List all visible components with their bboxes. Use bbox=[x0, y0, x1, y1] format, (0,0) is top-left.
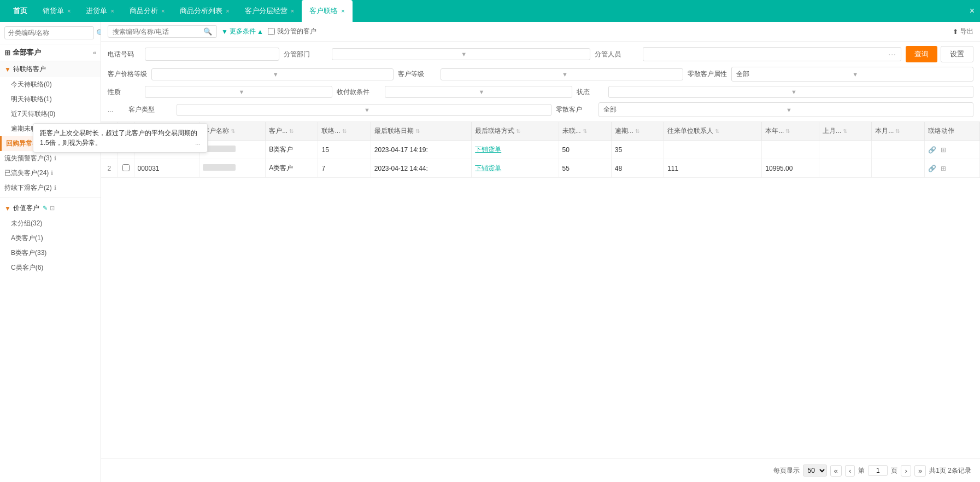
person-field[interactable]: ··· bbox=[643, 47, 901, 61]
adv-filter-row4: ... 客户类型 ▼ 零散客户 全部 ▼ bbox=[108, 102, 973, 117]
person-input[interactable] bbox=[648, 50, 889, 58]
nav-purchase-close[interactable]: × bbox=[110, 8, 114, 14]
top-nav: 首页 销货单 × 进货单 × 商品分析 × 商品分析列表 × 客户分层经营 × … bbox=[0, 0, 980, 22]
sidebar-item-b-class[interactable]: B类客户(33) bbox=[0, 246, 101, 260]
my-customers-filter[interactable]: 我分管的客户 bbox=[268, 27, 316, 36]
sidebar-item-churned[interactable]: 已流失客户(24) ℹ bbox=[0, 166, 101, 181]
nav-customer-seg[interactable]: 客户分层经营 × bbox=[237, 0, 302, 22]
retail-attr-select[interactable]: 全部 ▼ bbox=[731, 67, 973, 82]
sidebar-item-declining[interactable]: 持续下滑客户(2) ℹ bbox=[0, 181, 101, 195]
sort-icon-person[interactable]: ⇅ bbox=[715, 128, 719, 134]
payment-select[interactable]: ▼ bbox=[385, 86, 572, 98]
nav-product-list[interactable]: 商品分析列表 × bbox=[172, 0, 237, 22]
sidebar: 🔍 ⊞ 全部客户 « ▼ 待联络客户 今天待联络(0) 明天待联络(1) 近7天… bbox=[0, 22, 101, 482]
more-dots-label[interactable]: ... bbox=[108, 106, 124, 114]
sidebar-search-input[interactable] bbox=[4, 26, 94, 39]
main-layout: 🔍 ⊞ 全部客户 « ▼ 待联络客户 今天待联络(0) 明天待联络(1) 近7天… bbox=[0, 22, 980, 482]
sidebar-item-a-class[interactable]: A类客户(1) bbox=[0, 231, 101, 246]
sidebar-collapse-btn[interactable]: « bbox=[93, 49, 96, 56]
sidebar-divider bbox=[0, 198, 101, 198]
last-page-btn[interactable]: » bbox=[914, 465, 926, 477]
row1-name[interactable] bbox=[199, 141, 266, 159]
cust-type-select[interactable]: ▼ bbox=[177, 104, 551, 116]
nav-product-analysis-close[interactable]: × bbox=[161, 8, 165, 14]
next-page-btn[interactable]: › bbox=[901, 465, 911, 477]
more-icon[interactable]: ··· bbox=[888, 50, 896, 59]
pagination: 每页显示 50 « ‹ 第 页 › » 共1页 2条记录 bbox=[101, 458, 980, 482]
sort-icon-overdue[interactable]: ⇅ bbox=[635, 128, 639, 134]
nav-product-list-close[interactable]: × bbox=[226, 8, 229, 14]
content-area: 距客户上次交易时长，超过了此客户的平均交易周期的1.5倍，则视为异常。 ... … bbox=[101, 22, 980, 482]
nav-customer-contact[interactable]: 客户联络 × bbox=[302, 0, 352, 22]
row2-name[interactable] bbox=[199, 159, 266, 178]
row2-last-date: 2023-04-12 14:44: bbox=[371, 159, 471, 178]
more-filters-btn[interactable]: ▼ 更多条件 ▲ bbox=[221, 27, 263, 36]
row1-last-method[interactable]: 下销货单 bbox=[472, 141, 559, 159]
sort-icon-name[interactable]: ⇅ bbox=[231, 128, 235, 134]
status-select[interactable]: ▼ bbox=[608, 86, 973, 98]
edit-icon[interactable]: ✎ bbox=[43, 205, 48, 212]
search-box: 🔍 bbox=[108, 25, 217, 38]
export-btn[interactable]: ⬆ 导出 bbox=[953, 27, 973, 36]
cust-level-select[interactable]: ▼ bbox=[441, 68, 683, 80]
current-page-input[interactable] bbox=[868, 465, 888, 476]
nav-customer-contact-close[interactable]: × bbox=[341, 8, 344, 14]
sidebar-item-tomorrow[interactable]: 明天待联络(1) bbox=[0, 92, 101, 107]
sidebar-value-group[interactable]: ▼ 价值客户 ✎ ⊡ bbox=[0, 200, 101, 216]
retail-select[interactable]: 全部 ▼ bbox=[598, 102, 973, 117]
sort-icon-last-month[interactable]: ⇅ bbox=[843, 128, 847, 134]
prev-page-btn[interactable]: ‹ bbox=[845, 465, 855, 477]
my-customers-checkbox[interactable] bbox=[268, 28, 275, 35]
phone-field[interactable] bbox=[145, 48, 279, 61]
sidebar-item-7days[interactable]: 近7天待联络(0) bbox=[0, 107, 101, 121]
sidebar-item-today[interactable]: 今天待联络(0) bbox=[0, 77, 101, 92]
sort-icon-this-month[interactable]: ⇅ bbox=[895, 128, 900, 134]
copy-icon[interactable]: ⊡ bbox=[50, 205, 55, 212]
row1-link-icon[interactable]: 🔗 bbox=[928, 146, 936, 154]
th-last-method: 最后联络方式 ⇅ bbox=[472, 122, 559, 141]
row2-this-month bbox=[872, 159, 924, 178]
sort-icon-type[interactable]: ⇅ bbox=[289, 128, 294, 134]
tooltip-dots[interactable]: ... bbox=[195, 138, 201, 148]
nav-product-analysis[interactable]: 商品分析 × bbox=[122, 0, 172, 22]
th-this-year: 本年... ⇅ bbox=[762, 122, 819, 141]
sort-icon-unlinked[interactable]: ⇅ bbox=[583, 128, 587, 134]
query-btn[interactable]: 查询 bbox=[906, 46, 937, 62]
dept-select[interactable]: ▼ bbox=[332, 48, 590, 60]
price-level-select[interactable]: ▼ bbox=[151, 68, 394, 80]
sidebar-item-churn-warning[interactable]: 流失预警客户(3) ℹ bbox=[0, 151, 101, 166]
nav-home[interactable]: 首页 bbox=[5, 0, 35, 22]
nav-sales[interactable]: 销货单 × bbox=[35, 0, 78, 22]
sidebar-all-customers-section: ⊞ 全部客户 « bbox=[0, 44, 101, 61]
sidebar-group-pending-header[interactable]: ▼ 待联络客户 bbox=[0, 61, 101, 77]
nav-purchase[interactable]: 进货单 × bbox=[78, 0, 121, 22]
settings-btn[interactable]: 设置 bbox=[941, 46, 973, 62]
info-icon4: ℹ bbox=[54, 184, 56, 191]
row2-checkbox[interactable] bbox=[118, 159, 134, 178]
sort-icon-date[interactable]: ⇅ bbox=[415, 128, 420, 134]
payment-label: 收付款条件 bbox=[337, 88, 380, 97]
phone-input[interactable] bbox=[150, 50, 274, 58]
sort-icon-method[interactable]: ⇅ bbox=[516, 128, 520, 134]
gender-select[interactable]: ▼ bbox=[145, 86, 332, 98]
first-page-btn[interactable]: « bbox=[830, 465, 842, 477]
search-input[interactable] bbox=[113, 28, 203, 36]
sidebar-item-c-class[interactable]: C类客户(6) bbox=[0, 260, 101, 275]
row2-unlinked: 55 bbox=[559, 159, 611, 178]
page-size-select[interactable]: 50 bbox=[803, 464, 827, 477]
tooltip-text: 距客户上次交易时长，超过了此客户的平均交易周期的1.5倍，则视为异常。 bbox=[101, 129, 197, 147]
close-window-btn[interactable]: × bbox=[970, 6, 975, 16]
sort-icon-count[interactable]: ⇅ bbox=[342, 128, 347, 134]
sort-icon-year[interactable]: ⇅ bbox=[785, 128, 790, 134]
row2-link-icon[interactable]: 🔗 bbox=[928, 165, 936, 172]
row2-grid-icon[interactable]: ⊞ bbox=[941, 165, 946, 172]
status-chevron-icon: ▼ bbox=[791, 89, 969, 95]
row2-last-method[interactable]: 下销货单 bbox=[472, 159, 559, 178]
nav-customer-seg-close[interactable]: × bbox=[291, 8, 294, 14]
row1-grid-icon[interactable]: ⊞ bbox=[941, 146, 946, 154]
sidebar-item-ungroup[interactable]: 未分组(32) bbox=[0, 216, 101, 231]
nav-sales-close[interactable]: × bbox=[67, 8, 71, 14]
search-icon[interactable]: 🔍 bbox=[203, 27, 212, 36]
row1-actions: 🔗 ⊞ bbox=[924, 141, 979, 159]
sidebar-search-btn[interactable]: 🔍 bbox=[96, 29, 101, 37]
